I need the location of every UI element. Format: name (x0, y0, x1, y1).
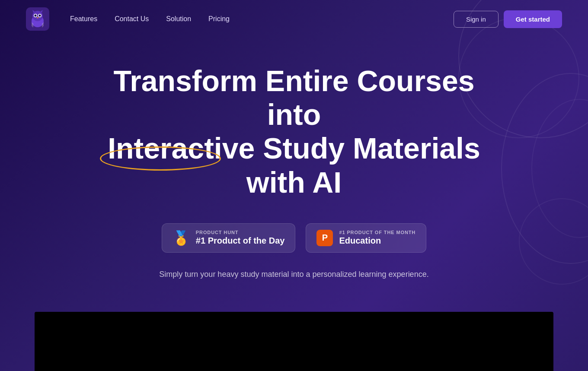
badge-ph-small-label: PRODUCT HUNT (196, 230, 239, 235)
svg-point-7 (35, 15, 37, 17)
badge-ph-main-label: #1 Product of the Day (196, 236, 285, 246)
highlight-word: Interactive (108, 131, 255, 165)
nav-item-contact[interactable]: Contact Us (115, 15, 149, 23)
nav-right: Sign in Get started (454, 10, 562, 28)
highlight-text: Interactive (108, 132, 255, 165)
nav-item-pricing[interactable]: Pricing (208, 15, 230, 23)
nav-link-pricing[interactable]: Pricing (208, 15, 230, 22)
nav-links: Features Contact Us Solution Pricing (70, 15, 230, 23)
badge-pm-main-label: Education (339, 236, 381, 246)
hero-title-line2: Interactive Study Materials with AI (99, 131, 489, 199)
badge-pm-text: #1 PRODUCT OF THE MONTH Education (339, 230, 415, 246)
badge-row: 🏅 PRODUCT HUNT #1 Product of the Day P #… (162, 223, 426, 253)
hero-subtitle: Simply turn your heavy study material in… (159, 270, 428, 279)
nav-item-features[interactable]: Features (70, 15, 97, 23)
nav-left: Features Contact Us Solution Pricing (26, 7, 230, 31)
nav-link-contact[interactable]: Contact Us (115, 15, 149, 22)
nav-item-solution[interactable]: Solution (166, 15, 191, 23)
badge-product-hunt: 🏅 PRODUCT HUNT #1 Product of the Day (162, 223, 296, 253)
hero-section: Transform Entire Courses into Interactiv… (0, 38, 588, 312)
hero-title-line1: Transform Entire Courses into (99, 64, 489, 131)
video-container[interactable] (35, 312, 553, 371)
logo[interactable] (26, 7, 49, 31)
product-hunt-icon: 🏅 (173, 230, 190, 246)
badge-pm-small-label: #1 PRODUCT OF THE MONTH (339, 230, 415, 235)
navbar: Features Contact Us Solution Pricing Sig… (0, 0, 588, 38)
product-month-icon: P (316, 230, 333, 246)
badge-product-hunt-text: PRODUCT HUNT #1 Product of the Day (196, 230, 285, 246)
hero-title: Transform Entire Courses into Interactiv… (99, 64, 489, 199)
signin-button[interactable]: Sign in (454, 11, 499, 28)
svg-point-8 (39, 15, 41, 17)
nav-link-features[interactable]: Features (70, 15, 97, 22)
badge-product-month: P #1 PRODUCT OF THE MONTH Education (306, 223, 426, 253)
getstarted-button[interactable]: Get started (504, 10, 562, 28)
hero-title-rest: Study Materials with AI (246, 132, 480, 198)
nav-link-solution[interactable]: Solution (166, 15, 191, 22)
